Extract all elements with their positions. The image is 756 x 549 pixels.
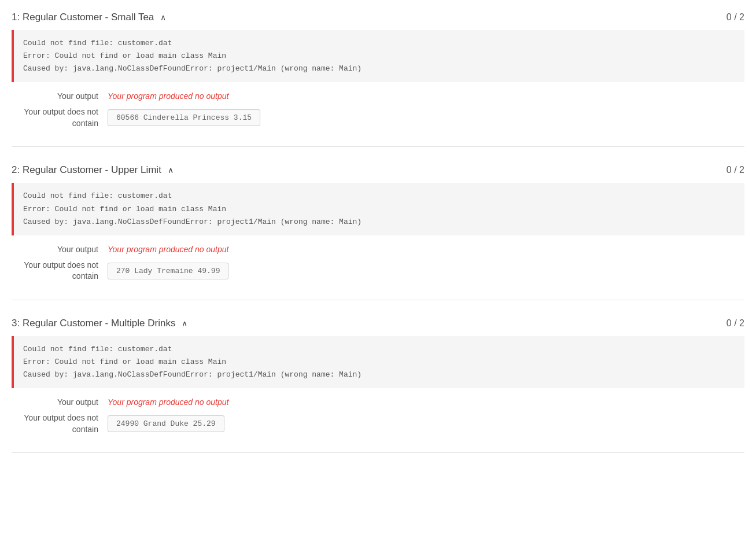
error-line: Caused by: java.lang.NoClassDefFoundErro…: [23, 369, 735, 381]
test-case-header-3: 3: Regular Customer - Multiple Drinks ∧0…: [12, 318, 744, 329]
error-line: Error: Could not find or load main class…: [23, 50, 735, 62]
test-case-2: 2: Regular Customer - Upper Limit ∧0 / 2…: [12, 164, 744, 300]
error-line: Could not find file: customer.dat: [23, 343, 735, 356]
your-output-label-1: Your output: [23, 91, 98, 101]
error-line: Caused by: java.lang.NoClassDefFoundErro…: [23, 62, 735, 75]
contains-row-1: Your output does notcontain60566 Cindere…: [23, 106, 744, 129]
your-output-label-2: Your output: [23, 245, 98, 254]
chevron-up-icon: ∧: [160, 13, 166, 22]
error-line: Could not find file: customer.dat: [23, 190, 735, 202]
chevron-up-icon: ∧: [168, 165, 174, 175]
error-block-2: Could not find file: customer.datError: …: [12, 183, 744, 235]
does-not-contain-value-2: 270 Lady Tremaine 49.99: [108, 263, 228, 279]
contains-row-3: Your output does notcontain24990 Grand D…: [23, 412, 744, 435]
does-not-contain-value-1: 60566 Cinderella Princess 3.15: [108, 109, 260, 126]
output-row-3: Your outputYour program produced no outp…: [23, 397, 744, 407]
test-case-1: 1: Regular Customer - Small Tea ∧0 / 2Co…: [12, 12, 744, 147]
does-not-contain-label-2: Your output does notcontain: [23, 260, 98, 282]
error-line: Error: Could not find or load main class…: [23, 356, 735, 369]
error-line: Error: Could not find or load main class…: [23, 203, 735, 216]
contains-row-2: Your output does notcontain270 Lady Trem…: [23, 260, 744, 282]
your-output-value-3: Your program produced no output: [108, 397, 228, 407]
output-row-1: Your outputYour program produced no outp…: [23, 91, 744, 101]
your-output-label-3: Your output: [23, 397, 98, 407]
test-case-title-2[interactable]: 2: Regular Customer - Upper Limit ∧: [12, 164, 174, 176]
test-case-header-1: 1: Regular Customer - Small Tea ∧0 / 2: [12, 12, 744, 23]
test-case-title-3[interactable]: 3: Regular Customer - Multiple Drinks ∧: [12, 318, 187, 329]
test-case-title-1[interactable]: 1: Regular Customer - Small Tea ∧: [12, 12, 166, 23]
test-case-3: 3: Regular Customer - Multiple Drinks ∧0…: [12, 318, 744, 453]
test-case-score-2: 0 / 2: [727, 165, 744, 175]
test-case-score-3: 0 / 2: [727, 318, 744, 329]
does-not-contain-label-3: Your output does notcontain: [23, 412, 98, 435]
chevron-up-icon: ∧: [182, 319, 187, 328]
error-line: Could not find file: customer.dat: [23, 37, 735, 50]
does-not-contain-value-3: 24990 Grand Duke 25.29: [108, 415, 224, 432]
error-block-3: Could not find file: customer.datError: …: [12, 336, 744, 388]
your-output-value-1: Your program produced no output: [108, 91, 228, 101]
output-row-2: Your outputYour program produced no outp…: [23, 245, 744, 254]
error-block-1: Could not find file: customer.datError: …: [12, 30, 744, 82]
test-case-header-2: 2: Regular Customer - Upper Limit ∧0 / 2: [12, 164, 744, 176]
test-case-score-1: 0 / 2: [727, 12, 744, 23]
error-line: Caused by: java.lang.NoClassDefFoundErro…: [23, 216, 735, 229]
does-not-contain-label-1: Your output does notcontain: [23, 106, 98, 129]
your-output-value-2: Your program produced no output: [108, 245, 228, 254]
